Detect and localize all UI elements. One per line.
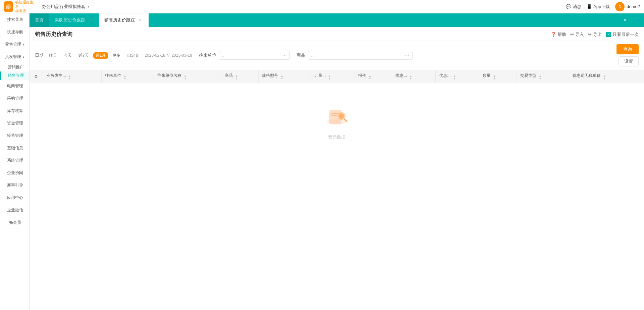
col-quantity[interactable]: 数量 ▲▼ [479, 70, 517, 83]
sidebar-item-basic-info[interactable]: 基础信息 [0, 142, 29, 154]
sidebar-label-purchase-mgmt: 采购管理 [7, 96, 23, 101]
logo-area: 好 畅捷通好生意 标准版 [4, 0, 34, 13]
col-quoted-price[interactable]: 报价 ▲▼ [355, 70, 392, 83]
app-download-icon: 📱 [587, 4, 592, 9]
date-btn-more[interactable]: 更多 [110, 52, 123, 59]
sidebar-item-enterprise-collab[interactable]: 企业协同 [0, 167, 29, 179]
sidebar-item-purchase-mgmt[interactable]: 采购管理 [0, 92, 29, 105]
col-trade-type[interactable]: 交易类型 ▲▼ [517, 70, 569, 83]
col-unit[interactable]: 计量... ▲▼ [311, 70, 355, 83]
tab-home[interactable]: 首页 [30, 13, 49, 27]
chevron-down-icon: ▼ [22, 43, 25, 46]
date-btn-yesterday[interactable]: 昨天 [46, 52, 60, 59]
close-tab-btn[interactable]: ✕ [621, 16, 629, 24]
page-header: 销售历史价查询 ❓ 帮助 ↩ 导入 ↪ 导出 [30, 27, 644, 41]
sort-arrows-partner-name: ▲▼ [184, 75, 187, 80]
col-discount2[interactable]: 优惠... ▲▼ [436, 70, 479, 83]
help-label: 帮助 [557, 32, 566, 38]
sidebar-item-ops-mgmt[interactable]: 经营管理 [0, 130, 29, 142]
only-last-label: 只看最后一次 [612, 32, 639, 38]
product-filter-input-wrapper[interactable]: ··· [308, 51, 412, 60]
svg-rect-5 [331, 115, 337, 116]
settings-btn[interactable]: 设置 [619, 56, 639, 66]
workspace-selector[interactable]: 办公用品行业模拟账套 ▼ [39, 2, 93, 11]
right-panel: 首页 采购历史价跟踪 × 销售历史价跟踪 × ✕ ⛶ 销售历史价查询 [30, 13, 644, 310]
tab-purchase-history[interactable]: 采购历史价跟踪 × [49, 13, 99, 27]
settings-icon[interactable]: ⚙ [34, 74, 38, 79]
query-btn[interactable]: 查询 [616, 44, 639, 54]
sidebar-item-sales-mgmt[interactable]: 销售管理 [0, 71, 29, 80]
sidebar-item-finance-mgmt[interactable]: 资金管理 [0, 117, 29, 130]
col-partner-code[interactable]: 往来单位 ▲▼ [102, 70, 154, 83]
maximize-btn[interactable]: ⛶ [632, 16, 640, 24]
col-pretax-price[interactable]: 优惠前无税单价 ▲▼ [569, 70, 644, 83]
col-discount1[interactable]: 优惠... ▲▼ [392, 70, 436, 83]
app-download-label: App下载 [593, 4, 610, 10]
sidebar-item-search-menu[interactable]: 搜索菜单 [0, 13, 29, 26]
tab-home-label: 首页 [35, 17, 44, 23]
col-quantity-label: 数量 [483, 73, 491, 78]
col-biz-date-label: 业务发生... [47, 73, 66, 78]
tab-sales-history[interactable]: 销售历史价跟踪 × [99, 13, 149, 27]
sidebar-item-wholesale-mgmt[interactable]: 批发管理 ▲ [0, 51, 29, 63]
sidebar-label-finance-mgmt: 资金管理 [7, 120, 23, 126]
sidebar-label-ops-mgmt: 经营管理 [7, 133, 23, 139]
col-discount1-label: 优惠... [395, 73, 407, 78]
tab-sales-history-close[interactable]: × [138, 17, 143, 23]
col-spec[interactable]: 规格型号 ▲▼ [259, 70, 311, 83]
layout: 搜索菜单 快捷导航 零售管理 ▼ 批发管理 ▲ 营销推广 销售管理 电商管理 采… [0, 13, 644, 310]
sidebar-label-quick-nav: 快捷导航 [7, 29, 23, 35]
partner-filter-input[interactable] [222, 53, 282, 58]
sidebar-item-quick-nav[interactable]: 快捷导航 [0, 26, 29, 38]
tab-purchase-history-close[interactable]: × [88, 17, 93, 23]
date-filter-btns: 昨天 今天 近7天 近1月 更多 自定义 [46, 52, 142, 59]
partner-filter-input-wrapper[interactable]: ··· [219, 51, 290, 60]
sidebar-item-vip[interactable]: 畅会员 [0, 216, 29, 229]
sidebar-item-new-guide[interactable]: 新手引导 [0, 179, 29, 192]
import-btn[interactable]: ↩ 导入 [570, 32, 584, 38]
col-product[interactable]: 商品 ▲▼ [221, 70, 259, 83]
only-last-wrapper[interactable]: 只看最后一次 [606, 32, 639, 38]
sidebar-item-enterprise-wechat[interactable]: 企业微信 [0, 204, 29, 216]
sidebar-item-marketing[interactable]: 营销推广 [0, 63, 29, 71]
logo-icon: 好 [4, 1, 13, 12]
date-btn-7days[interactable]: 近7天 [76, 52, 92, 59]
sidebar-item-system-mgmt[interactable]: 系统管理 [0, 154, 29, 167]
sort-arrows-discount2: ▲▼ [453, 75, 456, 80]
date-btn-custom[interactable]: 自定义 [124, 52, 142, 59]
help-icon: ❓ [551, 32, 556, 37]
col-unit-label: 计量... [314, 73, 326, 78]
only-last-checkbox[interactable] [606, 32, 611, 37]
empty-icon [323, 103, 350, 130]
message-icon: 💬 [566, 4, 571, 9]
sidebar: 搜索菜单 快捷导航 零售管理 ▼ 批发管理 ▲ 营销推广 销售管理 电商管理 采… [0, 13, 30, 310]
avatar: D [615, 2, 625, 11]
user-area[interactable]: D demo2 [615, 2, 640, 11]
workspace-chevron: ▼ [87, 5, 90, 8]
top-bar-right: 💬 消息 📱 App下载 D demo2 [566, 2, 640, 11]
sidebar-item-retail-mgmt[interactable]: 零售管理 ▼ [0, 38, 29, 51]
product-filter-input[interactable] [311, 53, 405, 58]
export-btn[interactable]: ↪ 导出 [588, 32, 602, 38]
top-bar: 好 畅捷通好生意 标准版 办公用品行业模拟账套 ▼ 💬 消息 📱 App下载 D… [0, 0, 644, 13]
app-download-btn[interactable]: 📱 App下载 [587, 4, 610, 10]
svg-rect-4 [331, 113, 339, 114]
partner-filter-group: 往来单位 ··· [199, 51, 290, 60]
logo-text: 畅捷通好生意 标准版 [15, 0, 34, 13]
col-settings[interactable]: ⚙ [30, 70, 43, 83]
col-biz-date[interactable]: 业务发生... ▲▼ [43, 70, 102, 83]
sidebar-item-ecom-mgmt[interactable]: 电商管理 [0, 80, 29, 92]
partner-filter-label: 往来单位 [199, 52, 216, 58]
help-btn[interactable]: ❓ 帮助 [551, 32, 566, 38]
date-btn-1month[interactable]: 近1月 [93, 52, 109, 59]
date-btn-today[interactable]: 今天 [61, 52, 74, 59]
import-icon: ↩ [570, 32, 574, 37]
col-discount2-label: 优惠... [439, 73, 450, 78]
product-input-dots: ··· [405, 52, 409, 58]
message-btn[interactable]: 💬 消息 [566, 4, 581, 10]
sidebar-item-inventory[interactable]: 库存核算 [0, 105, 29, 117]
page-header-actions: ❓ 帮助 ↩ 导入 ↪ 导出 只看最后一次 [551, 32, 639, 38]
col-partner-name[interactable]: 往来单位名称 ▲▼ [154, 70, 221, 83]
sort-arrows-quantity: ▲▼ [493, 75, 496, 80]
sidebar-item-app-center[interactable]: 应用中心 [0, 192, 29, 204]
